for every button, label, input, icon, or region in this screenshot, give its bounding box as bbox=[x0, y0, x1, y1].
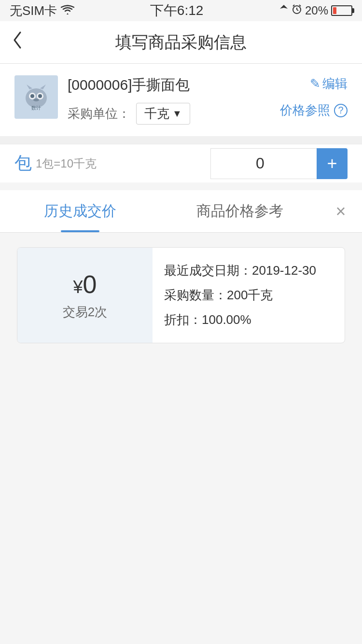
svg-line-4 bbox=[299, 5, 301, 6]
detail-discount-label: 折扣： bbox=[164, 312, 202, 327]
status-indicators: 20% bbox=[279, 4, 352, 17]
detail-qty-label: 采购数量： bbox=[164, 288, 227, 302]
svg-text:数计: 数计 bbox=[31, 105, 41, 111]
tab-product-price-ref[interactable]: 商品价格参考 bbox=[160, 190, 320, 232]
detail-date-value: 2019-12-30 bbox=[252, 263, 316, 278]
tab-history-price[interactable]: 历史成交价 bbox=[0, 190, 160, 232]
status-carrier: 无SIM卡 bbox=[10, 2, 74, 19]
svg-point-5 bbox=[26, 88, 47, 108]
edit-button[interactable]: ✎ 编辑 bbox=[310, 75, 348, 92]
detail-discount-value: 100.00% bbox=[202, 312, 251, 327]
history-price-value: ¥0 bbox=[73, 270, 97, 299]
detail-quantity: 采购数量：200千克 bbox=[164, 287, 333, 304]
quantity-row: 包 1包=10千克 + bbox=[0, 144, 362, 182]
unit-char: 包 bbox=[14, 152, 32, 175]
tab-close-button[interactable]: × bbox=[320, 190, 362, 233]
svg-point-8 bbox=[30, 94, 34, 98]
quantity-input[interactable] bbox=[210, 148, 317, 179]
wifi-icon bbox=[61, 3, 74, 18]
carrier-text: 无SIM卡 bbox=[10, 2, 57, 19]
tabs-header: 历史成交价 商品价格参考 × bbox=[0, 190, 362, 233]
quantity-plus-button[interactable]: + bbox=[317, 148, 348, 179]
tab-active-indicator bbox=[61, 230, 99, 232]
history-trades: 交易2次 bbox=[63, 304, 107, 321]
detail-discount: 折扣：100.00% bbox=[164, 311, 333, 328]
edit-icon: ✎ bbox=[310, 76, 320, 91]
svg-line-3 bbox=[293, 5, 294, 6]
detail-date-label: 最近成交日期： bbox=[164, 263, 252, 278]
unit-value: 千克 bbox=[144, 105, 169, 122]
product-name: [0000006]手撕面包 bbox=[68, 75, 190, 95]
unit-label: 采购单位： bbox=[68, 105, 130, 122]
help-icon: ? bbox=[334, 104, 348, 117]
product-card: 数计 [0000006]手撕面包 采购单位： 千克 ▼ ✎ 编辑 bbox=[0, 64, 362, 136]
detail-qty-value: 200千克 bbox=[227, 288, 273, 302]
conversion-note: 1包=10千克 bbox=[36, 156, 97, 171]
svg-point-9 bbox=[38, 94, 42, 98]
section-divider-1 bbox=[0, 136, 362, 144]
svg-point-10 bbox=[33, 98, 39, 101]
location-icon bbox=[279, 4, 289, 17]
yen-symbol: ¥ bbox=[73, 277, 83, 297]
quantity-control: + bbox=[210, 148, 348, 179]
unit-select[interactable]: 千克 ▼ bbox=[136, 103, 190, 125]
product-thumbnail: 数计 bbox=[14, 75, 58, 119]
back-button[interactable] bbox=[12, 30, 23, 54]
tabs-panel: 历史成交价 商品价格参考 × ¥0 交易2次 最近成交日期：2019-12-30… bbox=[0, 190, 362, 343]
navigation-bar: 填写商品采购信息 bbox=[0, 21, 362, 64]
page-title: 填写商品采购信息 bbox=[115, 31, 247, 54]
history-details-section: 最近成交日期：2019-12-30 采购数量：200千克 折扣：100.00% bbox=[153, 248, 345, 343]
status-bar: 无SIM卡 下午6:12 20% bbox=[0, 0, 362, 21]
svg-line-2 bbox=[297, 10, 298, 11]
battery-icon bbox=[331, 5, 352, 16]
detail-recent-date: 最近成交日期：2019-12-30 bbox=[164, 262, 333, 279]
battery-percent: 20% bbox=[305, 4, 328, 17]
price-reference-button[interactable]: 价格参照 ? bbox=[280, 102, 348, 119]
dropdown-arrow-icon: ▼ bbox=[172, 108, 182, 119]
history-price-section: ¥0 交易2次 bbox=[17, 248, 153, 343]
alarm-icon bbox=[292, 4, 302, 17]
history-card: ¥0 交易2次 最近成交日期：2019-12-30 采购数量：200千克 折扣：… bbox=[17, 247, 345, 343]
status-time: 下午6:12 bbox=[150, 1, 204, 20]
